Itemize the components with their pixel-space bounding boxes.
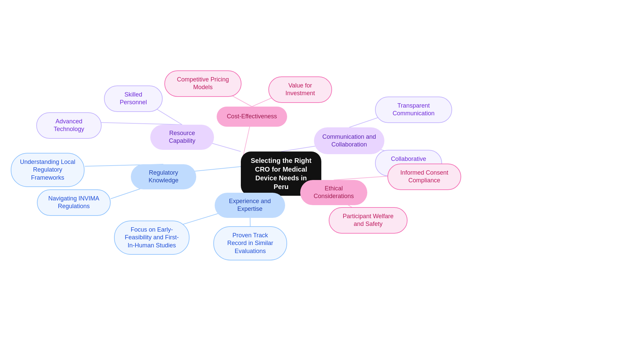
invima-node: Navigating INVIMA Regulations: [37, 189, 111, 216]
participant-welfare-node: Participant Welfare and Safety: [329, 207, 408, 234]
ethical-considerations-node: Ethical Considerations: [300, 180, 367, 205]
value-investment-node: Value for Investment: [268, 76, 332, 103]
proven-track-node: Proven Track Record in Similar Evaluatio…: [213, 226, 287, 260]
transparent-comm-node: Transparent Communication: [375, 97, 452, 123]
skilled-personnel-node: Skilled Personnel: [104, 85, 163, 112]
cost-effectiveness-node: Cost-Effectiveness: [217, 107, 287, 127]
advanced-technology-node: Advanced Technology: [36, 112, 102, 139]
experience-expertise-node: Experience and Expertise: [215, 193, 285, 218]
competitive-pricing-node: Competitive Pricing Models: [164, 70, 241, 97]
informed-consent-node: Informed Consent Compliance: [387, 164, 461, 190]
regulatory-knowledge-node: Regulatory Knowledge: [131, 164, 196, 189]
comm-collab-node: Communication and Collaboration: [314, 127, 384, 154]
local-regulatory-node: Understanding Local Regulatory Framework…: [11, 153, 85, 187]
resource-capability-node: Resource Capability: [150, 125, 214, 150]
focus-early-node: Focus on Early-Feasibility and First-In-…: [114, 221, 190, 255]
